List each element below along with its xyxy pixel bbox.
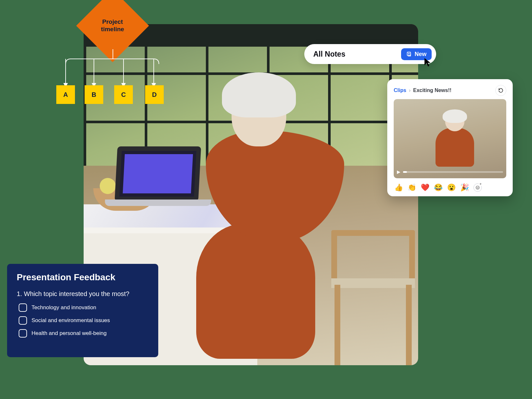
flowchart-overlay: Project timeline A B C D (50, 0, 172, 109)
refresh-button[interactable] (495, 85, 506, 96)
feedback-option[interactable]: Health and personal well-being (19, 329, 149, 338)
checkbox[interactable] (19, 316, 27, 325)
feedback-option-label: Social and environmental issues (32, 317, 110, 324)
reaction-clap[interactable]: 👏 (408, 183, 416, 192)
flowchart-node-c: C (114, 85, 133, 104)
breadcrumb: Clips › Exciting News!! (394, 88, 452, 93)
checkbox[interactable] (19, 329, 27, 338)
reaction-thumbs-up[interactable]: 👍 (394, 183, 403, 192)
svg-point-8 (478, 187, 478, 187)
feedback-title: Presentation Feedback (17, 272, 149, 283)
add-reaction-button[interactable] (473, 183, 482, 192)
feedback-question: 1. Which topic interested you the most? (17, 290, 149, 298)
breadcrumb-root[interactable]: Clips (394, 88, 406, 93)
reaction-tada[interactable]: 🎉 (460, 183, 469, 192)
new-note-label: New (415, 51, 427, 58)
breadcrumb-current: Exciting News!! (413, 88, 451, 93)
flowchart-node-d: D (145, 85, 164, 104)
refresh-icon (498, 88, 503, 93)
reaction-laugh[interactable]: 😂 (434, 183, 443, 192)
play-icon[interactable]: ▶ (397, 169, 400, 174)
clips-card: Clips › Exciting News!! ▶ 👍 👏 ❤️ 😂 😮 🎉 (387, 79, 513, 196)
video-progress[interactable]: ▶ (397, 169, 503, 175)
feedback-option[interactable]: Technology and innovation (19, 303, 149, 312)
new-note-icon (406, 51, 412, 57)
svg-point-6 (476, 186, 480, 190)
checkbox[interactable] (19, 303, 27, 312)
feedback-option-label: Health and personal well-being (32, 330, 106, 337)
flowchart-node-b: B (85, 85, 103, 104)
cursor-icon (423, 57, 433, 67)
reactions-bar: 👍 👏 ❤️ 😂 😮 🎉 (394, 181, 506, 192)
feedback-card: Presentation Feedback 1. Which topic int… (7, 264, 158, 357)
svg-point-7 (477, 187, 477, 187)
feedback-option-label: Technology and innovation (32, 304, 96, 311)
all-notes-bar: All Notes New (304, 44, 436, 64)
reaction-heart[interactable]: ❤️ (421, 183, 429, 192)
reaction-wow[interactable]: 😮 (447, 183, 456, 192)
flowchart-node-a: A (56, 85, 75, 104)
flowchart-connectors (50, 37, 172, 92)
smiley-icon (475, 185, 480, 190)
feedback-option[interactable]: Social and environmental issues (19, 316, 149, 325)
chevron-right-icon: › (409, 88, 410, 93)
all-notes-title: All Notes (313, 50, 345, 59)
progress-bar[interactable] (403, 171, 503, 173)
clip-video-player[interactable]: ▶ (394, 99, 506, 178)
